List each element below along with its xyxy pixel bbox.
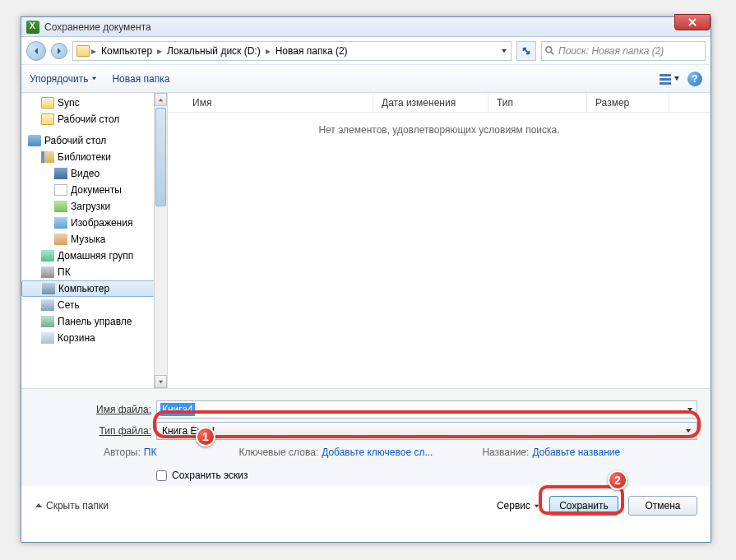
authors-label: Авторы: xyxy=(104,447,141,458)
tree-item-desktop[interactable]: Рабочий стол xyxy=(21,132,167,149)
chevron-down-icon xyxy=(685,425,692,437)
desktop-icon xyxy=(28,135,41,146)
folder-icon xyxy=(41,97,54,109)
crumb-folder[interactable]: Новая папка (2) xyxy=(272,45,351,57)
filename-label: Имя файла: xyxy=(54,404,151,415)
views-icon xyxy=(660,73,679,85)
crumb-computer[interactable]: Компьютер xyxy=(98,45,155,57)
authors-link[interactable]: ПК xyxy=(144,447,157,458)
tree-item-label: Рабочий стол xyxy=(44,135,106,146)
lib-icon xyxy=(41,151,54,163)
organize-button[interactable]: Упорядочить xyxy=(30,73,97,85)
refresh-button[interactable] xyxy=(516,41,536,61)
tree-item-homegroup[interactable]: Домашняя групп xyxy=(21,248,167,264)
network-icon xyxy=(41,299,54,311)
file-list-pane: Имя Дата изменения Тип Размер Нет элемен… xyxy=(168,93,711,388)
save-button[interactable]: Сохранить xyxy=(549,496,618,516)
tree-item-label: Музыка xyxy=(71,234,105,245)
tree-item-lib[interactable]: Библиотеки xyxy=(21,149,167,165)
scroll-up-button[interactable] xyxy=(155,93,167,106)
tree-item-label: Сеть xyxy=(58,299,80,311)
window-title: Сохранение документа xyxy=(44,21,151,33)
computer-icon xyxy=(42,283,55,294)
column-name[interactable]: Имя xyxy=(168,93,373,112)
tree-item-label: Документы xyxy=(71,184,122,196)
arrow-left-icon xyxy=(32,47,40,55)
views-button[interactable] xyxy=(660,73,679,85)
arrow-right-icon xyxy=(55,47,63,55)
homegroup-icon xyxy=(41,250,54,261)
svg-rect-1 xyxy=(660,74,671,76)
excel-icon xyxy=(26,21,39,34)
tree-item-bin[interactable]: Корзина xyxy=(21,330,167,346)
folder-tree: SyncРабочий столРабочий столБиблиотекиВи… xyxy=(21,93,168,388)
column-modified[interactable]: Дата изменения xyxy=(373,93,488,112)
tree-item-panel[interactable]: Панель управле xyxy=(21,313,167,330)
breadcrumb[interactable]: ▸ Компьютер ▸ Локальный диск (D:) ▸ Нова… xyxy=(72,41,511,61)
crumb-drive[interactable]: Локальный диск (D:) xyxy=(164,45,264,57)
download-icon xyxy=(54,201,67,212)
keywords-link[interactable]: Добавьте ключевое сл... xyxy=(322,447,433,458)
filetype-label: Тип файла: xyxy=(54,425,151,437)
tree-item-label: Загрузки xyxy=(71,201,110,212)
chevron-up-icon xyxy=(35,502,43,510)
panel-icon xyxy=(41,316,54,327)
search-input[interactable]: Поиск: Новая папка (2) xyxy=(541,41,706,61)
tree-item-label: Sync xyxy=(58,97,80,109)
keywords-label: Ключевые слова: xyxy=(238,447,318,458)
tree-item-video[interactable]: Видео xyxy=(21,165,167,182)
tree-item-label: ПК xyxy=(58,266,71,278)
filename-input[interactable]: Книга4 xyxy=(156,400,697,419)
tree-item-pc[interactable]: ПК xyxy=(21,264,167,280)
bin-icon xyxy=(41,332,54,344)
tree-item-label: Компьютер xyxy=(58,283,109,294)
breadcrumb-dropdown[interactable] xyxy=(501,48,507,54)
pc-icon xyxy=(41,266,54,278)
tree-item-folder[interactable]: Sync xyxy=(21,95,167,111)
scroll-down-button[interactable] xyxy=(155,375,167,388)
new-folder-button[interactable]: Новая папка xyxy=(112,73,169,85)
filetype-value: Книга Excel xyxy=(162,425,215,437)
music-icon xyxy=(54,234,67,245)
service-button[interactable]: Сервис xyxy=(497,500,539,511)
doc-icon xyxy=(54,184,67,196)
tree-item-network[interactable]: Сеть xyxy=(21,297,167,313)
svg-rect-2 xyxy=(660,78,671,81)
title-link[interactable]: Добавьте название xyxy=(532,447,620,458)
column-size[interactable]: Размер xyxy=(587,93,669,112)
search-icon xyxy=(545,46,555,56)
save-thumbnail-checkbox[interactable] xyxy=(156,470,167,481)
filename-dropdown[interactable] xyxy=(687,404,693,415)
nav-bar: ▸ Компьютер ▸ Локальный диск (D:) ▸ Нова… xyxy=(21,37,711,65)
tree-item-doc[interactable]: Документы xyxy=(21,182,167,198)
tree-item-image[interactable]: Изображения xyxy=(21,215,167,231)
scroll-thumb[interactable] xyxy=(155,108,166,206)
chevron-down-icon xyxy=(91,76,97,81)
refresh-icon xyxy=(521,46,531,56)
tree-item-label: Панель управле xyxy=(58,316,132,327)
close-button[interactable] xyxy=(674,14,711,30)
tree-scrollbar[interactable] xyxy=(154,93,167,388)
nav-forward-button[interactable] xyxy=(51,43,67,59)
nav-back-button[interactable] xyxy=(26,41,46,61)
file-list-header: Имя Дата изменения Тип Размер xyxy=(168,93,711,113)
folder-icon xyxy=(76,45,90,57)
tree-item-music[interactable]: Музыка xyxy=(21,231,167,248)
image-icon xyxy=(54,217,67,229)
tree-item-label: Рабочий стол xyxy=(58,113,119,125)
svg-point-0 xyxy=(546,46,552,52)
column-type[interactable]: Тип xyxy=(488,93,587,112)
cancel-button[interactable]: Отмена xyxy=(628,496,697,516)
folder-icon xyxy=(41,113,54,125)
video-icon xyxy=(54,168,67,179)
body-area: SyncРабочий столРабочий столБиблиотекиВи… xyxy=(21,93,711,389)
tree-item-label: Видео xyxy=(71,168,100,179)
tree-item-folder[interactable]: Рабочий стол xyxy=(21,111,167,127)
filetype-select[interactable]: Книга Excel xyxy=(156,422,697,440)
tree-item-download[interactable]: Загрузки xyxy=(21,198,167,215)
hide-folders-button[interactable]: Скрыть папки xyxy=(35,500,109,511)
titlebar: Сохранение документа xyxy=(21,17,711,37)
tree-item-computer[interactable]: Компьютер xyxy=(21,280,167,297)
save-form: Имя файла: Книга4 Тип файла: Книга Excel… xyxy=(21,389,711,486)
help-button[interactable]: ? xyxy=(687,72,702,86)
